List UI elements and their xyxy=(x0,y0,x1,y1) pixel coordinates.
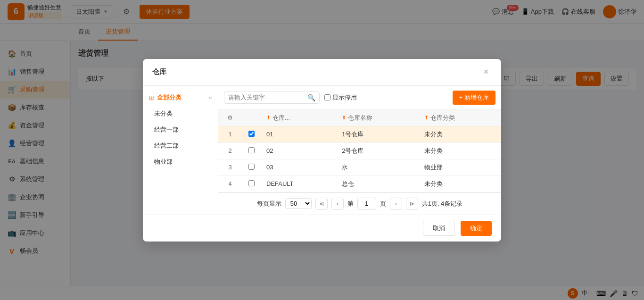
page-number-input[interactable] xyxy=(357,198,376,210)
confirm-button[interactable]: 确定 xyxy=(461,221,492,236)
row-category: 未分类 xyxy=(419,175,501,192)
modal-title: 仓库 xyxy=(152,67,166,76)
per-page-select[interactable]: 50 100 xyxy=(285,198,312,209)
row-no: 1 xyxy=(218,126,242,142)
row-category: 物业部 xyxy=(419,159,501,175)
modal-body: ⊞ 全部分类 « 未分类 经营一部 经营二部 物业部 🔍 xyxy=(143,86,501,215)
row-checkbox[interactable] xyxy=(242,126,261,142)
modal-sidebar-dept1[interactable]: 经营一部 xyxy=(143,122,218,138)
first-page-btn[interactable]: ⊲ xyxy=(315,198,328,210)
row-category: 未分类 xyxy=(419,126,501,142)
table-row[interactable]: 1 01 1号仓库 未分类 xyxy=(218,126,501,142)
row-name: 总仓 xyxy=(336,175,419,192)
row-checkbox[interactable] xyxy=(242,159,261,175)
row-no: 4 xyxy=(218,175,242,192)
modal-header: 仓库 × xyxy=(143,59,501,86)
row-code: 03 xyxy=(261,159,336,175)
modal-sidebar-uncategorized[interactable]: 未分类 xyxy=(143,106,218,122)
search-input[interactable] xyxy=(228,94,307,101)
modal-close-button[interactable]: × xyxy=(480,67,492,78)
row-code: 02 xyxy=(261,142,336,159)
show-disabled-checkbox[interactable] xyxy=(324,94,330,100)
grid-icon: ⊞ xyxy=(149,94,154,101)
table-row[interactable]: 4 DEFAULT 总仓 未分类 xyxy=(218,175,501,192)
warehouse-table: ⚙ ⬆ 仓库... ⬆ xyxy=(218,110,501,192)
prev-page-btn[interactable]: ‹ xyxy=(331,198,344,210)
table-row[interactable]: 3 03 水 物业部 xyxy=(218,159,501,175)
row-no: 2 xyxy=(218,142,242,159)
total-label: 共1页, 4条记录 xyxy=(422,200,463,208)
sort-icon-name: ⬆ xyxy=(342,115,346,121)
row-name: 2号仓库 xyxy=(336,142,419,159)
per-page-label: 每页显示 xyxy=(257,200,281,208)
show-disabled-label[interactable]: 显示停用 xyxy=(324,93,357,102)
row-no: 3 xyxy=(218,159,242,175)
modal-toolbar: 🔍 显示停用 + 新增仓库 xyxy=(218,86,501,110)
modal-pagination: 每页显示 50 100 ⊲ ‹ 第 页 › ⊳ 共1页, 4条记录 xyxy=(218,192,501,215)
th-checkbox xyxy=(242,110,261,126)
sort-icon-cat: ⬆ xyxy=(424,115,429,121)
search-input-wrap: 🔍 xyxy=(224,92,320,104)
modal-overlay: 仓库 × ⊞ 全部分类 « 未分类 经营一部 经营二部 物业部 xyxy=(0,0,644,300)
th-code: ⬆ 仓库... xyxy=(261,110,336,126)
sidebar-collapse-btn[interactable]: « xyxy=(209,94,212,101)
warehouse-modal: 仓库 × ⊞ 全部分类 « 未分类 经营一部 经营二部 物业部 xyxy=(143,59,501,242)
th-settings: ⚙ xyxy=(218,110,242,126)
th-name: ⬆ 仓库名称 xyxy=(336,110,419,126)
row-checkbox[interactable] xyxy=(242,142,261,159)
modal-sidebar-all-category[interactable]: ⊞ 全部分类 « xyxy=(143,90,218,106)
search-icon[interactable]: 🔍 xyxy=(307,94,315,101)
row-checkbox[interactable] xyxy=(242,175,261,192)
next-page-btn[interactable]: › xyxy=(390,198,402,210)
row-name: 水 xyxy=(336,159,419,175)
modal-sidebar-dept2[interactable]: 经营二部 xyxy=(143,138,218,154)
row-code: DEFAULT xyxy=(261,175,336,192)
sort-icon: ⬆ xyxy=(266,115,271,121)
row-name: 1号仓库 xyxy=(336,126,419,142)
table-row[interactable]: 2 02 2号仓库 未分类 xyxy=(218,142,501,159)
modal-footer: 取消 确定 xyxy=(143,215,501,242)
row-code: 01 xyxy=(261,126,336,142)
cancel-button[interactable]: 取消 xyxy=(423,221,455,236)
modal-sidebar-property[interactable]: 物业部 xyxy=(143,154,218,170)
modal-table-wrap: ⚙ ⬆ 仓库... ⬆ xyxy=(218,110,501,192)
modal-content: 🔍 显示停用 + 新增仓库 ⚙ xyxy=(218,86,501,215)
new-warehouse-button[interactable]: + 新增仓库 xyxy=(453,91,495,105)
row-category: 未分类 xyxy=(419,142,501,159)
last-page-btn[interactable]: ⊳ xyxy=(406,198,418,210)
modal-sidebar: ⊞ 全部分类 « 未分类 经营一部 经营二部 物业部 xyxy=(143,86,218,215)
th-category: ⬆ 仓库分类 xyxy=(419,110,501,126)
